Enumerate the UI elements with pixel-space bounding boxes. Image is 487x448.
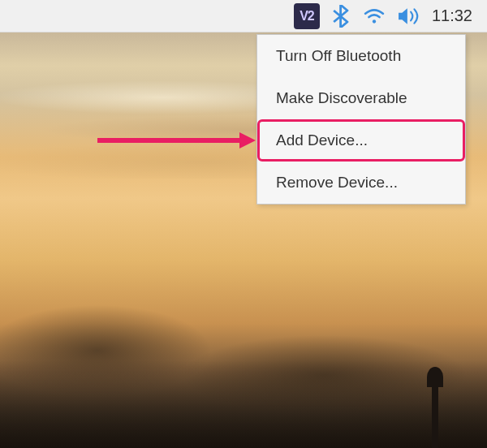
wallpaper-silhouette — [432, 383, 438, 448]
menu-item-turn-off-bluetooth[interactable]: Turn Off Bluetooth — [257, 35, 465, 77]
vnc-tray-icon[interactable]: V2 — [294, 0, 320, 32]
bluetooth-tray-icon[interactable] — [333, 0, 351, 32]
vnc-icon: V2 — [294, 3, 320, 29]
svg-point-0 — [373, 19, 376, 23]
bluetooth-icon — [333, 5, 351, 28]
menu-item-add-device[interactable]: Add Device... — [257, 119, 465, 162]
menu-item-remove-device[interactable]: Remove Device... — [257, 162, 465, 204]
svg-marker-2 — [239, 132, 256, 149]
speaker-icon — [398, 7, 420, 25]
volume-tray-icon[interactable] — [398, 0, 420, 32]
menu-item-make-discoverable[interactable]: Make Discoverable — [257, 77, 465, 119]
wifi-icon — [364, 7, 385, 25]
taskbar: V2 11:32 — [0, 0, 487, 32]
wifi-tray-icon[interactable] — [364, 0, 385, 32]
taskbar-clock[interactable]: 11:32 — [432, 0, 472, 32]
annotation-arrow — [97, 128, 260, 153]
bluetooth-context-menu: Turn Off Bluetooth Make Discoverable Add… — [256, 34, 466, 205]
